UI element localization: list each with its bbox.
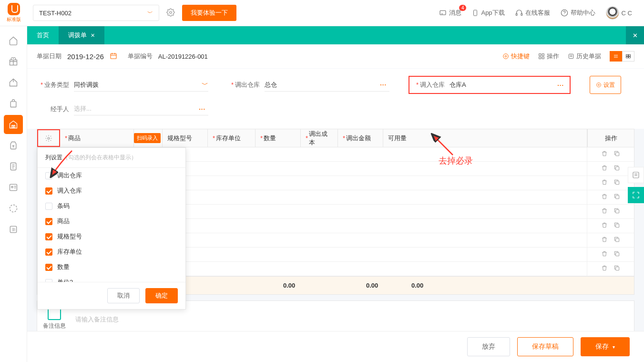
svg-rect-27 [539, 54, 541, 56]
sidebar-item-contact[interactable] [4, 178, 23, 197]
app-download-link[interactable]: App下载 [472, 9, 504, 17]
svg-point-18 [10, 205, 17, 212]
column-option[interactable]: 库存单位 [38, 244, 185, 259]
calendar-icon[interactable] [110, 52, 117, 61]
checkbox-icon [45, 187, 52, 195]
delete-icon[interactable] [601, 165, 608, 173]
close-all-tabs[interactable]: ✕ [626, 26, 644, 44]
doc-date-value[interactable]: 2019-12-26 [67, 52, 104, 61]
svg-rect-51 [616, 253, 619, 256]
help-center-link[interactable]: 帮助中心 [561, 9, 595, 17]
checkbox-icon [45, 264, 52, 271]
online-service-link[interactable]: 在线客服 [515, 9, 550, 17]
operate-link[interactable]: 操作 [538, 52, 559, 61]
more-icon[interactable]: ··· [554, 82, 567, 89]
svg-rect-4 [516, 13, 517, 15]
delete-icon[interactable] [601, 207, 608, 216]
delete-icon[interactable] [601, 236, 608, 244]
field-out-warehouse[interactable]: *调出仓库 总仓··· [227, 76, 389, 94]
sidebar-item-report[interactable] [4, 157, 23, 176]
copy-icon[interactable] [613, 193, 620, 201]
footer-qty: 0.00 [278, 277, 324, 294]
delete-icon[interactable] [601, 193, 608, 201]
th-scan[interactable]: 扫码录入 [134, 129, 163, 147]
svg-rect-45 [616, 167, 619, 170]
delete-icon[interactable] [601, 265, 608, 273]
sidebar-item-home[interactable] [4, 31, 23, 50]
user-menu[interactable]: C C [606, 6, 632, 20]
svg-rect-28 [542, 54, 544, 56]
history-link[interactable]: 历史单据 [568, 52, 601, 61]
column-option[interactable]: 调出仓库 [38, 168, 185, 183]
save-button[interactable]: 保存▾ [581, 337, 630, 356]
copy-icon[interactable] [613, 222, 620, 230]
field-biz-type[interactable]: *业务类型 同价调拨﹀ [37, 76, 208, 94]
footer-bar: 放弃 保存草稿 保存▾ [27, 331, 644, 362]
more-icon[interactable]: ··· [377, 81, 389, 88]
svg-rect-47 [616, 196, 619, 199]
column-settings-button[interactable] [37, 129, 60, 147]
column-option[interactable]: 规格型号 [38, 229, 185, 244]
username: C C [622, 10, 632, 17]
svg-rect-21 [111, 53, 116, 59]
svg-rect-44 [616, 153, 619, 156]
form-area: *业务类型 同价调拨﹀ *调出仓库 总仓··· *调入仓库 仓库A··· 设置 … [27, 69, 644, 129]
messages-link[interactable]: 消息 4 [439, 9, 461, 17]
delete-icon[interactable] [601, 179, 608, 187]
th-amount: *调出金额 [338, 129, 383, 147]
copy-icon[interactable] [613, 165, 620, 173]
cancel-button[interactable]: 取消 [107, 288, 140, 303]
th-spec: 规格型号 [163, 129, 208, 147]
trial-button[interactable]: 我要体验一下 [182, 5, 236, 21]
tab-home[interactable]: 首页 [27, 26, 59, 44]
delete-icon[interactable] [601, 150, 608, 158]
column-option[interactable]: 条码 [38, 198, 185, 214]
logo[interactable]: 标准版 [0, 3, 27, 23]
column-list[interactable]: 调出仓库调入仓库条码商品规格型号库存单位数量单位2 [38, 167, 185, 282]
th-unit: *库存单位 [208, 129, 256, 147]
copy-icon[interactable] [613, 150, 620, 158]
org-selector[interactable]: TEST-H002 ﹀ [33, 5, 159, 21]
shortcut-link[interactable]: 快捷键 [502, 52, 530, 61]
close-icon[interactable]: ✕ [91, 32, 95, 39]
delete-icon[interactable] [601, 222, 608, 230]
float-expand-button[interactable] [628, 187, 644, 203]
float-note-button[interactable] [628, 167, 644, 183]
column-option[interactable]: 数量 [38, 259, 185, 275]
float-tools [628, 167, 644, 203]
sidebar-item-sales[interactable] [4, 94, 23, 113]
confirm-button[interactable]: 确定 [145, 288, 178, 303]
sidebar-item-gift[interactable] [4, 52, 23, 71]
th-op: 操作 [587, 129, 634, 147]
sidebar-item-finance[interactable] [4, 136, 23, 155]
view-card-button[interactable] [622, 51, 634, 62]
copy-icon[interactable] [613, 250, 620, 259]
th-cost: *调出成本 [301, 129, 338, 147]
delete-icon[interactable] [601, 250, 608, 259]
column-option[interactable]: 调入仓库 [38, 183, 185, 198]
gear-icon[interactable] [166, 8, 175, 18]
settings-button[interactable]: 设置 [590, 76, 621, 94]
column-option[interactable]: 单位2 [38, 275, 185, 282]
remark-input[interactable] [75, 307, 628, 330]
sidebar-item-new[interactable]: 新 [4, 220, 23, 239]
checkbox-icon [45, 172, 52, 179]
copy-icon[interactable] [613, 179, 620, 187]
field-in-warehouse[interactable]: *调入仓库 仓库A··· [409, 76, 571, 94]
column-option[interactable]: 商品 [38, 214, 185, 229]
view-list-button[interactable] [610, 51, 622, 62]
sidebar-item-sync[interactable] [4, 199, 23, 218]
sidebar-item-inventory[interactable] [4, 115, 23, 134]
discard-button[interactable]: 放弃 [467, 337, 510, 356]
more-icon[interactable]: ··· [196, 105, 208, 113]
app-download-label: App下载 [481, 9, 504, 17]
svg-rect-29 [539, 57, 541, 59]
sidebar-item-purchase[interactable] [4, 73, 23, 92]
copy-icon[interactable] [613, 236, 620, 244]
tab-transfer-order[interactable]: 调拨单 ✕ [59, 26, 104, 44]
save-draft-button[interactable]: 保存草稿 [517, 337, 573, 356]
svg-rect-50 [616, 238, 619, 242]
copy-icon[interactable] [613, 207, 620, 216]
copy-icon[interactable] [613, 265, 620, 273]
field-handler[interactable]: 经手人 选择...··· [37, 103, 208, 115]
